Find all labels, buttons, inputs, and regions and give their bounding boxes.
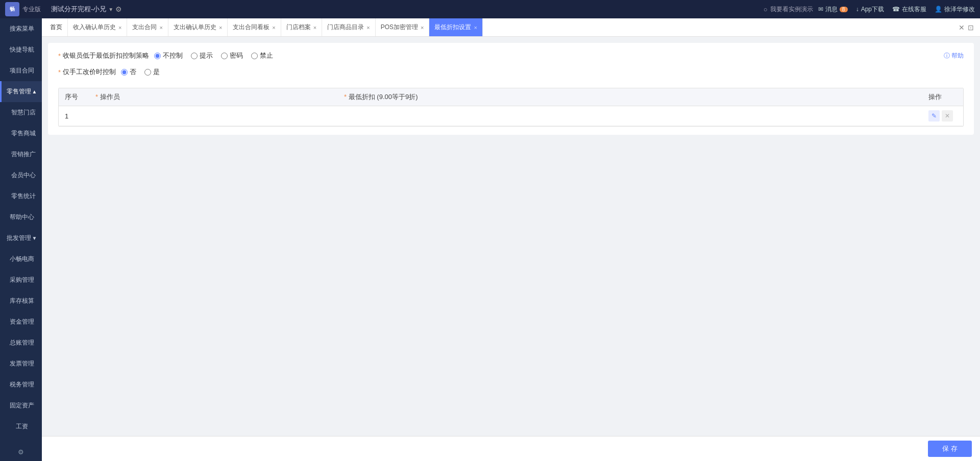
- app-download-label: App下载: [861, 5, 884, 14]
- discount-table-wrapper: 序号 * 操作员 * 最低折扣 (9.00等于9折): [58, 84, 964, 127]
- sidebar-item-inventory[interactable]: 库存核算: [0, 290, 42, 311]
- sidebar-item-member-center[interactable]: 会员中心: [0, 165, 42, 186]
- tab-close-all-icon[interactable]: ✕: [959, 23, 965, 32]
- project-selector[interactable]: 测试分开完程-小兄 ▼ ⚙: [51, 5, 758, 14]
- sidebar-item-wholesale-mgmt[interactable]: 批发管理▼: [0, 228, 42, 249]
- option-manual-no[interactable]: 否: [121, 67, 136, 77]
- sidebar-item-purchase-mgmt[interactable]: 采购管理: [0, 270, 42, 290]
- ledger-label: 总账管理: [10, 338, 34, 347]
- demo-link[interactable]: ○ 我要看实例演示: [764, 5, 813, 14]
- sidebar-item-shortcut[interactable]: 快捷导航: [0, 39, 42, 60]
- tab-income-confirm[interactable]: 收入确认单历史 ×: [68, 18, 127, 37]
- tab-payment-contract-close[interactable]: ×: [159, 25, 162, 31]
- option-no-control[interactable]: 不控制: [154, 51, 183, 60]
- radio-no-control[interactable]: [154, 53, 161, 59]
- discount-policy-label: * 收银员低于最低折扣控制策略: [58, 51, 149, 60]
- sidebar-item-retail-mall[interactable]: 零售商城: [0, 123, 42, 144]
- tab-income-confirm-close[interactable]: ×: [118, 25, 121, 31]
- tab-payment-confirm[interactable]: 支出确认单历史 ×: [168, 18, 228, 37]
- invoice-mgmt-label: 发票管理: [10, 359, 34, 368]
- sidebar-item-tax-mgmt[interactable]: 税务管理: [0, 374, 42, 395]
- table-row: 1 ✎ ✕: [59, 106, 963, 126]
- tab-pos-password[interactable]: POS加密管理 ×: [376, 18, 430, 37]
- col-operator-text: 操作员: [100, 93, 120, 101]
- tab-payment-contract-label: 支出合同: [132, 23, 157, 32]
- help-link[interactable]: ⓘ 帮助: [944, 52, 964, 60]
- tax-mgmt-label: 税务管理: [10, 380, 34, 389]
- radio-password[interactable]: [221, 53, 228, 59]
- main-layout: 搜索菜单 快捷导航 项目合同 零售管理▲ 智慧门店 零售商城 营销推广 会员中心…: [0, 18, 980, 461]
- tab-store-archive-close[interactable]: ×: [313, 25, 316, 31]
- radio-manual-no[interactable]: [121, 69, 128, 76]
- tab-pos-password-label: POS加密管理: [381, 23, 418, 32]
- cell-operator: [89, 106, 338, 126]
- sidebar-item-salary[interactable]: 工资: [0, 416, 42, 437]
- required-mark-1: *: [58, 52, 61, 60]
- option-password[interactable]: 密码: [221, 51, 243, 60]
- sidebar-item-ecommerce[interactable]: 小畅电商: [0, 249, 42, 270]
- tab-min-discount-close[interactable]: ×: [474, 25, 477, 31]
- radio-remind[interactable]: [191, 53, 198, 59]
- tab-pos-password-close[interactable]: ×: [421, 25, 424, 31]
- sidebar-item-retail-stats[interactable]: 零售统计: [0, 186, 42, 207]
- sidebar-item-marketing[interactable]: 营销推广: [0, 144, 42, 165]
- option-forbid-label: 禁止: [260, 51, 273, 60]
- tab-payment-confirm-close[interactable]: ×: [219, 25, 222, 31]
- service-icon: ☎: [892, 6, 900, 13]
- delete-row-button[interactable]: ✕: [942, 110, 953, 122]
- app-download-button[interactable]: ↓ App下载: [856, 5, 884, 14]
- option-manual-yes-label: 是: [153, 67, 160, 77]
- tab-payment-board-close[interactable]: ×: [272, 25, 275, 31]
- tabbar-controls: ✕ ⊡: [955, 23, 977, 32]
- tab-min-discount[interactable]: 最低折扣设置 ×: [429, 18, 482, 37]
- option-manual-yes[interactable]: 是: [144, 67, 160, 77]
- marketing-label: 营销推广: [11, 150, 36, 159]
- retail-stats-label: 零售统计: [11, 192, 36, 201]
- sidebar-item-help-center[interactable]: 帮助中心: [0, 207, 42, 228]
- demo-label: 我要看实例演示: [770, 5, 813, 14]
- sidebar-item-ledger[interactable]: 总账管理: [0, 332, 42, 353]
- tab-store-archive[interactable]: 门店档案 ×: [281, 18, 322, 37]
- sidebar-item-project-contract[interactable]: 项目合同: [0, 60, 42, 81]
- tab-home-label: 首页: [50, 23, 62, 32]
- project-settings-icon[interactable]: ⚙: [115, 5, 122, 13]
- settings-gear-icon: ⚙: [18, 448, 24, 456]
- col-header-seq: 序号: [59, 88, 89, 106]
- radio-manual-yes[interactable]: [144, 69, 151, 76]
- settings-card: * 收银员低于最低折扣控制策略 不控制 提示: [48, 43, 974, 135]
- sidebar-item-search[interactable]: 搜索菜单: [0, 18, 42, 39]
- ecommerce-label: 小畅电商: [10, 255, 34, 263]
- user-avatar-icon: 👤: [935, 6, 942, 13]
- sidebar-item-retail-mgmt[interactable]: 零售管理▲: [0, 81, 42, 102]
- radio-forbid[interactable]: [251, 53, 258, 59]
- online-service-button[interactable]: ☎ 在线客服: [892, 5, 926, 14]
- tab-maximize-icon[interactable]: ⊡: [968, 23, 974, 32]
- user-profile-button[interactable]: 👤 徐泽华修改: [935, 5, 975, 14]
- sidebar-settings-button[interactable]: ⚙: [0, 443, 42, 461]
- save-button[interactable]: 保 存: [928, 441, 972, 457]
- app-logo: 畅 专业版: [5, 2, 46, 16]
- project-dropdown-icon[interactable]: ▼: [108, 7, 113, 12]
- option-remind[interactable]: 提示: [191, 51, 213, 60]
- sidebar-item-invoice-mgmt[interactable]: 发票管理: [0, 353, 42, 374]
- edit-row-button[interactable]: ✎: [928, 110, 940, 122]
- tab-payment-confirm-label: 支出确认单历史: [174, 23, 216, 32]
- fixed-assets-label: 固定资产: [10, 401, 34, 410]
- tab-store-archive-label: 门店档案: [286, 23, 311, 32]
- row-action-icons: ✎ ✕: [928, 110, 957, 122]
- sidebar-item-smart-store[interactable]: 智慧门店: [0, 102, 42, 123]
- discount-policy-row: * 收银员低于最低折扣控制策略 不控制 提示: [58, 51, 964, 60]
- tab-store-goods-close[interactable]: ×: [366, 25, 370, 31]
- tab-store-goods[interactable]: 门店商品目录 ×: [322, 18, 375, 37]
- tab-payment-board[interactable]: 支出合同看板 ×: [228, 18, 281, 37]
- option-forbid[interactable]: 禁止: [251, 51, 273, 60]
- col-header-operator: * 操作员: [89, 88, 338, 106]
- help-center-label: 帮助中心: [10, 213, 34, 222]
- sidebar-item-finance[interactable]: 资金管理: [0, 311, 42, 332]
- bottom-bar: 保 存: [42, 436, 980, 461]
- option-no-control-label: 不控制: [163, 51, 183, 60]
- sidebar-item-fixed-assets[interactable]: 固定资产: [0, 395, 42, 416]
- tab-home[interactable]: 首页: [45, 18, 68, 37]
- tab-payment-contract[interactable]: 支出合同 ×: [127, 18, 168, 37]
- messages-button[interactable]: ✉ 消息 8: [818, 5, 848, 14]
